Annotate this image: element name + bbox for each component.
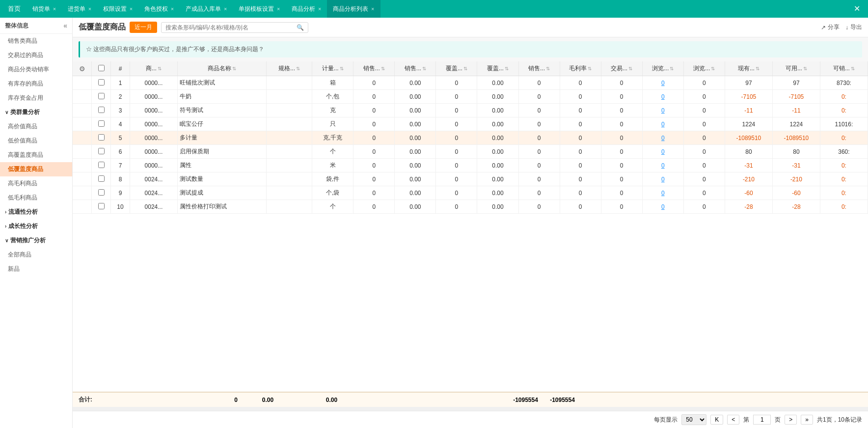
col-currentqty-header[interactable]: 现有...⇅ <box>725 61 772 76</box>
row-browse-a[interactable]: 0 <box>642 90 683 104</box>
nav-finished-goods[interactable]: 产成品入库单 × <box>180 0 233 18</box>
row-checkbox-cell[interactable] <box>92 117 111 131</box>
col-browsea-header[interactable]: 浏览...⇅ <box>642 61 683 76</box>
row-browse-a[interactable]: 0 <box>642 200 683 214</box>
row-browse-a[interactable]: 0 <box>642 131 683 145</box>
page-number-input[interactable] <box>753 415 771 425</box>
col-salesc-header[interactable]: 销售...⇅ <box>518 61 560 76</box>
page-size-select[interactable]: 50 10 20 100 <box>681 414 706 425</box>
row-checkbox[interactable] <box>98 175 105 182</box>
row-checkbox-cell[interactable] <box>92 172 111 186</box>
col-grossrate-header[interactable]: 毛利率⇅ <box>560 61 601 76</box>
row-checkbox-cell[interactable] <box>92 131 111 145</box>
settings-icon[interactable]: ⚙ <box>79 65 85 73</box>
export-action[interactable]: ↓ 导出 <box>845 23 862 31</box>
sidebar-item-high-coverage[interactable]: 高覆盖度商品 <box>0 148 72 162</box>
col-salesqty-header[interactable]: 销售...⇅ <box>353 61 395 76</box>
nav-roles-close[interactable]: × <box>171 6 174 12</box>
row-checkbox-cell[interactable] <box>92 90 111 104</box>
share-action[interactable]: ↗ 分享 <box>821 23 840 31</box>
row-browse-a[interactable]: 0 <box>642 117 683 131</box>
nav-permissions-close[interactable]: × <box>130 6 133 12</box>
nav-finished-close[interactable]: × <box>224 6 227 12</box>
nav-template-close[interactable]: × <box>277 6 280 12</box>
row-checkbox[interactable] <box>98 162 105 168</box>
col-coverb-header[interactable]: 覆盖...⇅ <box>477 61 518 76</box>
select-all-checkbox[interactable] <box>98 65 105 71</box>
nav-sales-close[interactable]: × <box>53 6 56 12</box>
nav-roles[interactable]: 角色授权 × <box>138 0 180 18</box>
nav-product-analysis-list[interactable]: 商品分析列表 × <box>327 0 380 18</box>
nav-permissions[interactable]: 权限设置 × <box>97 0 138 18</box>
row-checkbox[interactable] <box>98 120 105 127</box>
row-checkbox-cell[interactable] <box>92 104 111 117</box>
row-checkbox[interactable] <box>98 79 105 86</box>
row-browse-a[interactable]: 0 <box>642 172 683 186</box>
nav-purchase[interactable]: 进货单 × <box>62 0 97 18</box>
nav-product-analysis-list-close[interactable]: × <box>371 6 374 12</box>
nav-sales[interactable]: 销货单 × <box>27 0 62 18</box>
nav-purchase-close[interactable]: × <box>88 6 91 12</box>
horizontal-scrollbar[interactable] <box>73 407 868 411</box>
sidebar-item-stocked-goods[interactable]: 有库存的商品 <box>0 77 72 91</box>
data-table-container[interactable]: ⚙ # 商...⇅ 商品名称⇅ 规格...⇅ <box>73 61 868 392</box>
sidebar-item-high-value[interactable]: 高价值商品 <box>0 119 72 134</box>
search-input[interactable] <box>165 24 297 31</box>
nav-template-settings[interactable]: 单据模板设置 × <box>233 0 286 18</box>
first-page-button[interactable]: K <box>710 415 723 425</box>
section-growth-analysis[interactable]: › 成长性分析 <box>0 219 72 233</box>
row-browse-a[interactable]: 0 <box>642 76 683 90</box>
row-checkbox-cell[interactable] <box>92 159 111 172</box>
next-page-button[interactable]: > <box>785 415 797 425</box>
sidebar-item-new-goods[interactable]: 新品 <box>0 262 72 276</box>
col-available-header[interactable]: 可用...⇅ <box>772 61 820 76</box>
col-spec-header[interactable]: 规格...⇅ <box>266 61 312 76</box>
row-checkbox-cell[interactable] <box>92 200 111 214</box>
col-name-header[interactable]: 商品名称⇅ <box>177 61 266 76</box>
col-checkbox-header[interactable] <box>92 61 111 76</box>
col-settings[interactable]: ⚙ <box>73 61 92 76</box>
section-category-analysis[interactable]: ∨ 类群量分析 <box>0 105 72 119</box>
window-close-button[interactable]: ✕ <box>848 0 866 18</box>
col-sellable-header[interactable]: 可销...⇅ <box>820 61 868 76</box>
row-browse-a[interactable]: 0 <box>642 104 683 117</box>
row-current-qty: -60 <box>725 186 772 200</box>
sidebar-item-inventory-capital[interactable]: 库存资金占用 <box>0 91 72 105</box>
row-checkbox[interactable] <box>98 203 105 209</box>
nav-product-analysis-close[interactable]: × <box>318 6 321 12</box>
row-checkbox-cell[interactable] <box>92 186 111 200</box>
sidebar-item-all-goods[interactable]: 全部商品 <box>0 248 72 262</box>
section-liquidity-analysis[interactable]: › 流通性分析 <box>0 205 72 219</box>
sidebar-collapse-button[interactable]: « <box>60 21 70 30</box>
row-checkbox[interactable] <box>98 189 105 196</box>
prev-page-button[interactable]: < <box>727 415 739 425</box>
sidebar-item-traded-goods[interactable]: 交易过的商品 <box>0 48 72 62</box>
row-browse-a[interactable]: 0 <box>642 145 683 159</box>
sidebar-item-low-value[interactable]: 低价值商品 <box>0 134 72 148</box>
row-checkbox[interactable] <box>98 107 105 113</box>
sidebar-item-low-coverage[interactable]: 低覆盖度商品 <box>0 162 72 176</box>
row-checkbox[interactable] <box>98 148 105 154</box>
sidebar-item-sales-goods[interactable]: 销售类商品 <box>0 34 72 48</box>
sidebar-item-category-rate[interactable]: 商品分类动销率 <box>0 62 72 77</box>
col-trade-header[interactable]: 交易...⇅ <box>601 61 642 76</box>
col-browseb-header[interactable]: 浏览...⇅ <box>683 61 725 76</box>
sidebar-item-high-margin[interactable]: 高毛利商品 <box>0 176 72 191</box>
row-checkbox-cell[interactable] <box>92 145 111 159</box>
sidebar-item-low-margin[interactable]: 低毛利商品 <box>0 191 72 205</box>
row-checkbox[interactable] <box>98 134 105 141</box>
row-browse-a[interactable]: 0 <box>642 159 683 172</box>
nav-home[interactable]: 首页 <box>2 0 27 18</box>
col-salesamt-header[interactable]: 销售...⇅ <box>395 61 436 76</box>
last-page-button[interactable]: » <box>801 415 813 425</box>
col-code-header[interactable]: 商...⇅ <box>130 61 177 76</box>
row-checkbox-cell[interactable] <box>92 76 111 90</box>
search-icon[interactable]: 🔍 <box>297 24 304 31</box>
row-browse-a[interactable]: 0 <box>642 186 683 200</box>
time-filter-button[interactable]: 近一月 <box>130 22 157 33</box>
row-checkbox[interactable] <box>98 93 105 99</box>
col-unit-header[interactable]: 计量...⇅ <box>312 61 353 76</box>
col-covera-header[interactable]: 覆盖...⇅ <box>436 61 477 76</box>
nav-product-analysis[interactable]: 商品分析 × <box>286 0 327 18</box>
section-marketing-analysis[interactable]: ∨ 营销推广分析 <box>0 233 72 248</box>
